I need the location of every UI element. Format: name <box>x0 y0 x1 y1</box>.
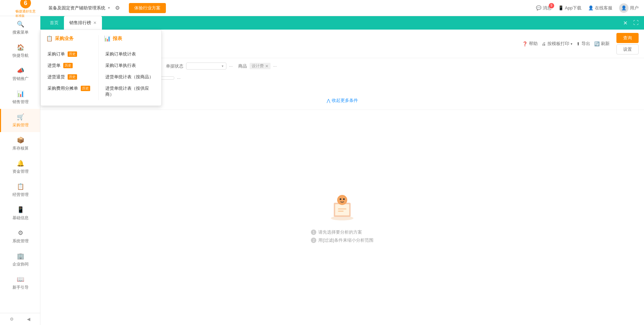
dropdown-item-purchase-order[interactable]: 采购订单 历史 <box>46 48 98 60</box>
basic-icon: 📱 <box>16 206 25 214</box>
stock-in-stat-goods-label: 进货单统计表（按商品） <box>105 74 153 80</box>
dropdown-menu: 📋 采购业务 采购订单 历史 进货单 历史 进货退货 历史 采购费用分摊单 历史… <box>40 30 162 106</box>
logo-text: 畅捷通好生意 标准版 <box>15 9 36 18</box>
system-title-area: 装备及固定资产辅助管理系统 ▾ ⚙ 体验行业方案 <box>48 3 536 13</box>
enterprise-icon: 🏢 <box>16 252 25 260</box>
logo-title: 畅捷通好生意 <box>15 9 36 14</box>
doc-status-control[interactable]: ▾ <box>186 63 226 70</box>
svg-point-3 <box>337 195 347 205</box>
sidebar-item-system[interactable]: ⚙ 系统管理 <box>0 225 40 248</box>
sidebar-settings-icon[interactable]: ⚙ <box>10 317 14 322</box>
doc-status-dots[interactable]: ··· <box>229 64 233 69</box>
finance-icon: 🔔 <box>16 159 25 167</box>
user-btn[interactable]: 👤 用户 <box>619 3 639 13</box>
tab-expand-icon[interactable]: ⛶ <box>632 19 640 27</box>
search-icon: 🔍 <box>16 20 25 28</box>
tab-home[interactable]: 首页 <box>44 16 64 30</box>
dropdown-report-col: 📊 报表 采购订单统计表 采购订单执行表 进货单统计表（按商品） 进货单统计表（… <box>98 35 156 100</box>
sidebar-item-label: 库存核算 <box>12 146 29 151</box>
sidebar-item-marketing[interactable]: 📣 营销推广 <box>0 63 40 86</box>
tab-sales-ranking-label: 销售排行榜 <box>69 20 91 26</box>
app-download-btn[interactable]: 📱 App下载 <box>558 5 581 11</box>
sidebar: 🔍 搜索菜单 🏠 快捷导航 📣 营销推广 📊 销售管理 🛒 采购管理 📦 库存核… <box>0 16 40 325</box>
history-tag: 历史 <box>63 63 73 68</box>
export-label: 导出 <box>581 41 590 47</box>
sidebar-item-guide[interactable]: 📖 新手引导 <box>0 271 40 294</box>
tip-row-1: 1 请先选择要分析的方案 <box>311 229 373 235</box>
export-btn[interactable]: ⬆ 导出 <box>576 41 590 47</box>
tab-bar-right: ✕ ⛶ <box>621 19 640 27</box>
sales-icon: 📊 <box>16 90 25 98</box>
tab-close-all-icon[interactable]: ✕ <box>621 19 629 27</box>
dropdown-item-purchase-order-exec[interactable]: 采购订单执行表 <box>104 60 156 71</box>
dropdown-item-stock-in-stat-supplier[interactable]: 进货单统计表（按供应商） <box>104 83 156 100</box>
help-btn[interactable]: ❓ 帮助 <box>522 41 538 47</box>
sidebar-item-search[interactable]: 🔍 搜索菜单 <box>0 16 40 39</box>
chevron-down-icon[interactable]: ▾ <box>108 6 110 10</box>
sidebar-item-purchase[interactable]: 🛒 采购管理 <box>0 109 40 132</box>
doc-status-arrow-icon: ▾ <box>222 64 223 68</box>
tab-sales-ranking[interactable]: 销售排行榜 ✕ <box>64 16 102 30</box>
dropdown-item-return[interactable]: 进货退货 历史 <box>46 71 98 83</box>
stock-in-stat-supplier-label: 进货单统计表（按供应商） <box>105 85 155 97</box>
purchase-section-icon: 📋 <box>46 35 53 42</box>
bell-icon: 💬 <box>536 5 541 10</box>
sidebar-collapse-icon[interactable]: ◀ <box>27 317 30 322</box>
top-header: 6 畅捷通好生意 标准版 装备及固定资产辅助管理系统 ▾ ⚙ 体验行业方案 💬 … <box>0 0 644 16</box>
filter-doc-status: 单据状态 ▾ ··· <box>166 63 233 70</box>
home-icon: 🏠 <box>16 43 25 51</box>
marketing-icon: 📣 <box>16 67 25 75</box>
inventory-icon: 📦 <box>16 136 25 144</box>
dropdown-purchase-header: 📋 采购业务 <box>46 35 98 44</box>
sidebar-item-basic[interactable]: 📱 基础信息 <box>0 202 40 225</box>
sidebar-item-enterprise[interactable]: 🏢 企业协同 <box>0 248 40 271</box>
sidebar-item-sales[interactable]: 📊 销售管理 <box>0 86 40 109</box>
settings-icon[interactable]: ⚙ <box>113 3 122 13</box>
svg-rect-2 <box>335 204 349 215</box>
dropdown-item-stock-in-stat-goods[interactable]: 进货单统计表（按商品） <box>104 71 156 83</box>
expense-label: 采购费用分摊单 <box>47 85 78 91</box>
salesperson-dots[interactable]: ··· <box>177 76 181 81</box>
collapse-label: 收起更多条件 <box>332 97 358 104</box>
report-section-title: 报表 <box>113 36 122 42</box>
sidebar-item-label: 营销推广 <box>12 76 29 82</box>
sidebar-item-operations[interactable]: 📋 经营管理 <box>0 178 40 202</box>
empty-icon <box>325 192 359 225</box>
empty-state: 1 请先选择要分析的方案 2 用[过滤]条件来缩小分析范围 <box>40 110 644 325</box>
user-label: 用户 <box>630 5 639 11</box>
purchase-order-stat-label: 采购订单统计表 <box>105 51 136 57</box>
tip-row-2: 2 用[过滤]条件来缩小分析范围 <box>311 237 373 243</box>
tab-close-icon[interactable]: ✕ <box>93 21 97 25</box>
system-title: 装备及固定资产辅助管理系统 <box>48 5 105 11</box>
sidebar-item-finance[interactable]: 🔔 资金管理 <box>0 155 40 178</box>
dropdown-purchase-col: 📋 采购业务 采购订单 历史 进货单 历史 进货退货 历史 采购费用分摊单 历史 <box>46 35 98 100</box>
phone-icon: 📱 <box>558 5 564 10</box>
return-label: 进货退货 <box>47 74 65 80</box>
query-btn[interactable]: 查询 <box>616 33 639 43</box>
sidebar-item-label: 企业协同 <box>12 261 29 267</box>
goods-tag-close-icon[interactable]: ✕ <box>265 64 269 69</box>
notification-btn[interactable]: 💬 消息 9 <box>536 5 551 11</box>
sidebar-item-label: 销售管理 <box>12 99 29 105</box>
sidebar-bottom: ⚙ ◀ <box>0 313 40 325</box>
print-btn[interactable]: 🖨 按模板打印 ▾ <box>542 41 572 47</box>
notification-badge: 9 <box>549 3 554 8</box>
empty-tips: 1 请先选择要分析的方案 2 用[过滤]条件来缩小分析范围 <box>311 229 373 243</box>
tip-num-2: 2 <box>311 238 316 243</box>
dropdown-item-purchase-order-stat[interactable]: 采购订单统计表 <box>104 48 156 60</box>
purchase-icon: 🛒 <box>16 113 25 121</box>
refresh-btn[interactable]: 🔄 刷新 <box>594 41 610 47</box>
sidebar-item-quicknav[interactable]: 🏠 快捷导航 <box>0 39 40 63</box>
history-tag: 历史 <box>68 51 77 57</box>
settings-btn[interactable]: 设置 <box>616 44 639 54</box>
logo-icon: 6 <box>20 0 31 8</box>
sidebar-item-inventory[interactable]: 📦 库存核算 <box>0 132 40 155</box>
goods-dots[interactable]: ··· <box>273 64 277 69</box>
dropdown-item-stock-in[interactable]: 进货单 历史 <box>46 60 98 71</box>
app-download-label: App下载 <box>565 5 581 11</box>
user-avatar: 👤 <box>619 3 629 13</box>
industry-btn[interactable]: 体验行业方案 <box>129 3 166 13</box>
history-tag: 历史 <box>68 74 77 80</box>
online-service-btn[interactable]: 👤 在线客服 <box>588 5 612 11</box>
dropdown-item-expense[interactable]: 采购费用分摊单 历史 <box>46 83 98 94</box>
